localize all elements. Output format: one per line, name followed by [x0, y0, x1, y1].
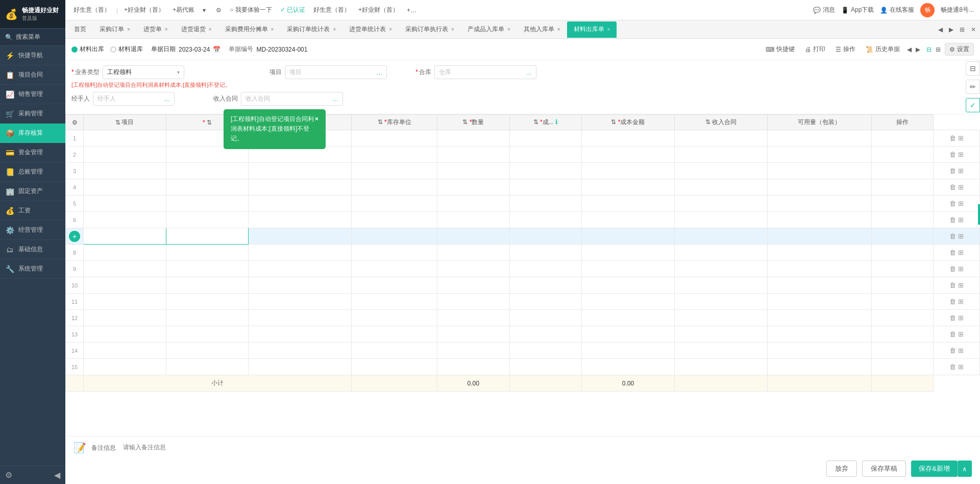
tab-grid-view[interactable]: ⊞ [958, 26, 967, 33]
cell-8[interactable] [767, 130, 871, 147]
cell-6[interactable] [581, 310, 674, 326]
delete-btn[interactable]: 🗑 [949, 151, 956, 158]
cell-1[interactable] [166, 212, 249, 228]
copy-btn[interactable]: ⊞ [958, 183, 964, 191]
cell-4[interactable] [437, 147, 509, 163]
tab-purchase-stats[interactable]: 采购订单统计表× [280, 21, 342, 38]
delete-btn[interactable]: 🗑 [949, 281, 956, 289]
tab-goods-return-close[interactable]: × [209, 27, 212, 32]
cell-2[interactable] [249, 343, 352, 359]
tab-purchase-fee-close[interactable]: × [271, 27, 274, 32]
cell-7[interactable] [674, 179, 767, 196]
cell-6[interactable] [581, 196, 674, 212]
delete-btn[interactable]: 🗑 [949, 265, 956, 273]
tab-purchase-order[interactable]: 采购订单× [93, 21, 137, 38]
cell-1[interactable] [166, 310, 249, 326]
cell-9[interactable] [871, 179, 933, 196]
cell-6[interactable] [581, 163, 674, 179]
cell-2[interactable] [249, 163, 352, 179]
cell-2[interactable] [249, 277, 352, 294]
cell-7[interactable] [674, 196, 767, 212]
tab-goods-stats[interactable]: 进货单统计表× [342, 21, 399, 38]
cell-8[interactable] [767, 179, 871, 196]
cell-7[interactable] [674, 359, 767, 375]
cell-1[interactable] [166, 179, 249, 196]
cell-4[interactable] [437, 294, 509, 310]
cell-9[interactable] [871, 245, 933, 261]
cell-4[interactable] [437, 326, 509, 343]
topbar-settings-icon[interactable]: ⚙ [214, 7, 224, 14]
cell-0[interactable] [84, 261, 166, 277]
cell-0[interactable] [84, 196, 166, 212]
cell-5[interactable] [509, 359, 581, 375]
cell-3[interactable] [352, 310, 437, 326]
nav-prev[interactable]: ◀ [907, 46, 912, 53]
delete-btn[interactable]: 🗑 [949, 298, 956, 305]
cell-5[interactable] [509, 196, 581, 212]
cell-0[interactable] [84, 212, 166, 228]
cell-0[interactable] [84, 359, 166, 375]
tab-purchase-fee[interactable]: 采购费用分摊单× [218, 21, 281, 38]
settings-btn[interactable]: ⚙ [5, 470, 12, 480]
cell-1[interactable] [166, 261, 249, 277]
sidebar-item-operations-mgmt[interactable]: ⚙️经营管理 [0, 221, 65, 240]
cell-0[interactable] [84, 163, 166, 179]
cell-9[interactable] [871, 212, 933, 228]
save-draft-button[interactable]: 保存草稿 [862, 461, 906, 477]
cell-5[interactable] [509, 294, 581, 310]
copy-btn[interactable]: ⊞ [958, 330, 964, 338]
delete-btn[interactable]: 🗑 [949, 232, 956, 240]
cell-4[interactable] [437, 228, 509, 245]
cell-1[interactable] [166, 294, 249, 310]
cell-7[interactable] [674, 228, 767, 245]
cell-1[interactable] [166, 228, 249, 245]
cell-5[interactable] [509, 310, 581, 326]
sidebar-item-system-mgmt[interactable]: 🔧系统管理 [0, 259, 65, 279]
cell-8[interactable] [767, 277, 871, 294]
business-type-select[interactable]: 工程领料 ▾ [103, 65, 184, 79]
delete-btn[interactable]: 🗑 [949, 216, 956, 224]
app-download-btn[interactable]: 📱 App下载 [841, 6, 874, 14]
tab-home[interactable]: 首页 [67, 21, 93, 38]
cell-2[interactable] [249, 179, 352, 196]
tab-next[interactable]: ▶ [947, 26, 955, 33]
cell-7[interactable] [674, 326, 767, 343]
cell-3[interactable] [352, 163, 437, 179]
cell-6[interactable] [581, 326, 674, 343]
copy-btn[interactable]: ⊞ [958, 363, 964, 371]
cell-8[interactable] [767, 294, 871, 310]
sidebar-item-quick-nav[interactable]: ⚡快捷导航 [0, 46, 65, 65]
cell-6[interactable] [581, 277, 674, 294]
cell-3[interactable] [352, 277, 437, 294]
cell-3[interactable] [352, 130, 437, 147]
tab-purchase-order-close[interactable]: × [127, 27, 130, 32]
cell-9[interactable] [871, 277, 933, 294]
cell-8[interactable] [767, 245, 871, 261]
topbar-dropdown[interactable]: ▾ [201, 7, 208, 14]
cell-3[interactable] [352, 326, 437, 343]
tab-other-in[interactable]: 其他入库单× [517, 21, 567, 38]
cell-0[interactable] [84, 277, 166, 294]
sidebar-item-payroll[interactable]: 💰工资 [0, 201, 65, 221]
delete-btn[interactable]: 🗑 [949, 167, 956, 175]
nav-next[interactable]: ▶ [916, 46, 920, 53]
cell-9[interactable] [871, 294, 933, 310]
side-icon-1[interactable]: ⊟ [966, 61, 980, 76]
cell-2[interactable] [249, 212, 352, 228]
shortcut-btn[interactable]: ⌨ 快捷键 [763, 43, 798, 55]
cell-0[interactable] [84, 294, 166, 310]
cell-0[interactable] [84, 343, 166, 359]
tab-product-in[interactable]: 产成品入库单× [461, 21, 517, 38]
cell-5[interactable] [509, 212, 581, 228]
delete-btn[interactable]: 🗑 [949, 134, 956, 142]
cell-9[interactable] [871, 359, 933, 375]
delete-btn[interactable]: 🗑 [949, 314, 956, 322]
cell-5[interactable] [509, 277, 581, 294]
copy-btn[interactable]: ⊞ [958, 167, 964, 175]
cell-5[interactable] [509, 228, 581, 245]
cell-6[interactable] [581, 294, 674, 310]
discard-button[interactable]: 放弃 [826, 461, 857, 477]
operations-btn[interactable]: ☰ 操作 [832, 43, 859, 55]
copy-btn[interactable]: ⊞ [958, 200, 964, 207]
user-avatar[interactable]: 畅 [920, 3, 935, 17]
